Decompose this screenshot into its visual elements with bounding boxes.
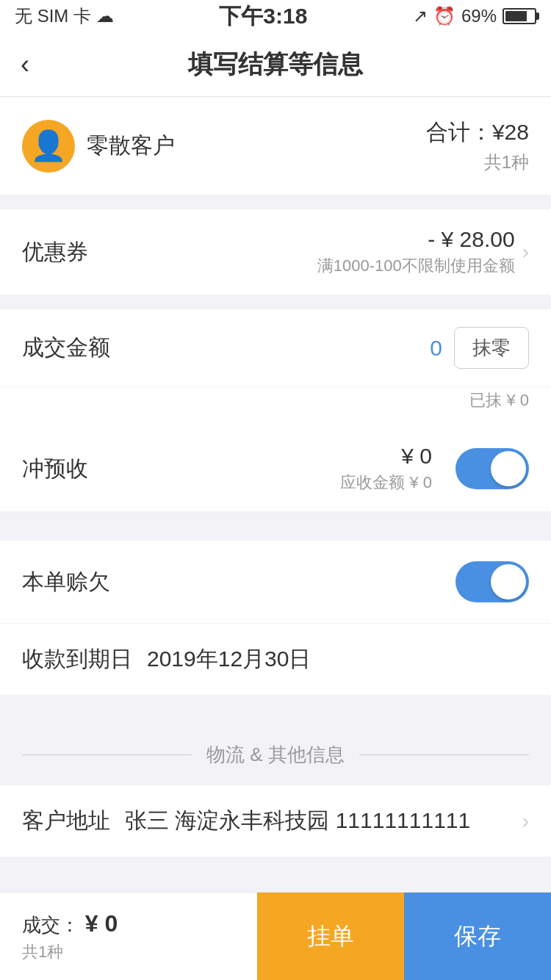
- avatar-icon: 👤: [30, 129, 67, 163]
- logistics-line-right: [359, 754, 529, 755]
- coupon-description: 满1000-100不限制使用金额: [317, 255, 515, 277]
- pre-collect-sub: 应收金额 ¥ 0: [340, 472, 432, 494]
- address-label: 客户地址: [22, 806, 110, 836]
- address-row[interactable]: 客户地址 张三 海淀永丰科技园 11111111111 ›: [0, 785, 551, 857]
- deal-amount-label: 成交金额: [22, 333, 125, 363]
- address-section[interactable]: 客户地址 张三 海淀永丰科技园 11111111111 ›: [0, 785, 551, 857]
- deal-amount-sub: 已抹 ¥ 0: [469, 391, 529, 409]
- footer-deal-label: 成交：: [22, 914, 79, 936]
- footer: 成交： ¥ 0 共1种 挂单 保存: [0, 892, 551, 980]
- avatar: 👤: [22, 120, 75, 173]
- status-left: 无 SIM 卡 ☁: [15, 4, 114, 28]
- coupon-info: - ¥ 28.00 满1000-100不限制使用金额: [317, 227, 515, 277]
- due-date-row: 收款到期日 2019年12月30日: [0, 624, 551, 695]
- customer-section: 👤 零散客户 合计：¥28 共1种: [0, 97, 551, 195]
- amount-value: 0 抹零: [430, 327, 529, 369]
- coupon-row[interactable]: 优惠券 - ¥ 28.00 满1000-100不限制使用金额 ›: [0, 209, 551, 295]
- debt-toggle[interactable]: [455, 561, 529, 602]
- battery-percent: 69%: [461, 6, 497, 26]
- pre-collect-row: 冲预收 ¥ 0 应收金额 ¥ 0: [0, 426, 551, 511]
- save-button[interactable]: 保存: [404, 893, 551, 981]
- alarm-icon: ⏰: [433, 6, 455, 26]
- logistics-line-left: [22, 754, 192, 755]
- deal-amount-value: 0: [430, 336, 442, 361]
- back-button[interactable]: ‹: [21, 49, 29, 80]
- debt-label: 本单赊欠: [22, 567, 125, 597]
- divider-2: [0, 295, 551, 309]
- address-value: 张三 海淀永丰科技园 11111111111: [125, 806, 508, 836]
- pre-collect-info: ¥ 0 应收金额 ¥ 0: [340, 444, 432, 494]
- battery-icon: [503, 8, 536, 24]
- coupon-label: 优惠券: [22, 237, 125, 267]
- amount-section: 成交金额 0 抹零 已抹 ¥ 0 冲预收 ¥ 0 应收金额 ¥ 0: [0, 309, 551, 511]
- page-title: 填写结算等信息: [188, 48, 363, 82]
- total-count: 共1种: [426, 151, 529, 174]
- due-date-value: 2019年12月30日: [147, 644, 311, 674]
- logistics-section: 物流 & 其他信息: [0, 724, 551, 785]
- divider-4: [0, 695, 551, 710]
- footer-deal-amount: ¥ 0: [85, 910, 118, 937]
- divider-3: [0, 511, 551, 526]
- pre-collect-label: 冲预收: [22, 454, 125, 484]
- nav-bar: ‹ 填写结算等信息: [0, 32, 551, 97]
- debt-section: 本单赊欠 收款到期日 2019年12月30日: [0, 541, 551, 695]
- divider-1: [0, 195, 551, 209]
- location-icon: ↗: [413, 6, 428, 26]
- round-button[interactable]: 抹零: [454, 327, 529, 369]
- pre-collect-amount: ¥ 0: [340, 444, 432, 469]
- footer-count: 共1种: [22, 941, 235, 963]
- content-area: 👤 零散客户 合计：¥28 共1种 优惠券 - ¥ 28.00 满1000-10…: [0, 97, 551, 980]
- sim-label: 无 SIM 卡 ☁: [15, 4, 114, 28]
- total-amount: 合计：¥28: [426, 118, 529, 148]
- customer-left: 👤 零散客户: [22, 120, 175, 173]
- logistics-label: 物流 & 其他信息: [206, 742, 345, 768]
- debt-row: 本单赊欠: [0, 541, 551, 624]
- footer-deal-line: 成交： ¥ 0: [22, 910, 235, 938]
- due-date-label: 收款到期日: [22, 644, 132, 674]
- chevron-right-icon: ›: [522, 240, 529, 264]
- customer-total: 合计：¥28 共1种: [426, 118, 529, 174]
- status-right: ↗ ⏰ 69%: [413, 6, 536, 26]
- status-time: 下午3:18: [219, 1, 307, 32]
- coupon-right: - ¥ 28.00 满1000-100不限制使用金额 ›: [317, 227, 529, 277]
- status-bar: 无 SIM 卡 ☁ 下午3:18 ↗ ⏰ 69%: [0, 0, 551, 32]
- deal-amount-row: 成交金额 0 抹零: [0, 309, 551, 387]
- address-chevron-icon: ›: [522, 810, 529, 833]
- logistics-divider: 物流 & 其他信息: [22, 742, 529, 768]
- footer-info: 成交： ¥ 0 共1种: [0, 910, 257, 963]
- coupon-discount: - ¥ 28.00: [317, 227, 515, 252]
- pre-collect-toggle[interactable]: [455, 448, 529, 489]
- customer-name: 零散客户: [87, 131, 175, 161]
- hang-button[interactable]: 挂单: [257, 893, 404, 981]
